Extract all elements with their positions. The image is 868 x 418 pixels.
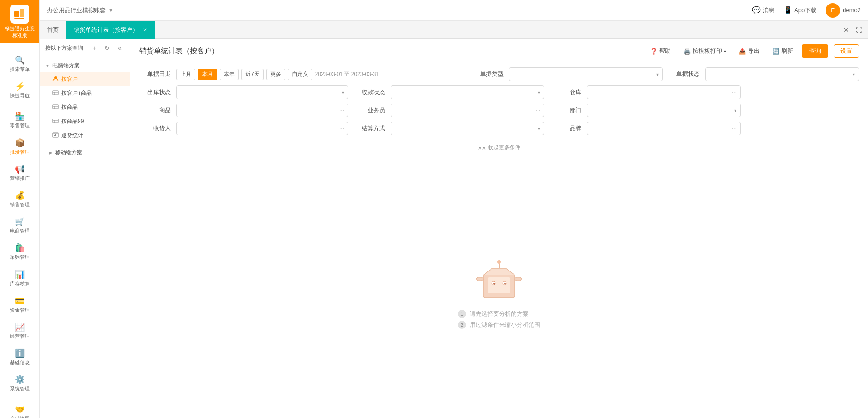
app-name: 畅捷通好生意 [5, 25, 35, 32]
purchase-icon: 🛍️ [15, 243, 25, 253]
empty-step-2: 2 用过滤条件来缩小分析范围 [458, 321, 540, 329]
by-goods-99-icon [52, 118, 59, 125]
scheme-item-return-stat[interactable]: 退货统计 [40, 128, 130, 142]
brand-dots-icon: ··· [732, 125, 736, 132]
settings-btn[interactable]: 设置 [834, 44, 859, 58]
sidebar-item-quicknav[interactable]: ⚡ 快捷导航 [0, 77, 39, 103]
date-btn-last-7days[interactable]: 近7天 [241, 69, 264, 80]
salesperson-control[interactable]: ··· [391, 104, 544, 117]
retail-icon: 🏪 [15, 111, 25, 121]
sidebar-item-marketing[interactable]: 📢 营销推广 [0, 160, 39, 186]
filter-row-2: 出库状态 ▾ 收款状态 ▾ 仓库 ··· [139, 86, 859, 99]
sidebar-item-purchase[interactable]: 🛍️ 采购管理 [0, 238, 39, 265]
refresh-btn[interactable]: 🔄 刷新 [769, 45, 797, 57]
date-label: 单据日期 [139, 70, 171, 78]
filter-area: 单据日期 上月 本月 本年 近7天 更多 自定义 2023-03-01 至 20… [130, 62, 868, 161]
sidebar-item-finance[interactable]: 💳 资金管理 [0, 291, 39, 318]
sidebar-item-retail[interactable]: 🏪 零售管理 [0, 107, 39, 133]
scheme-collapse-btn[interactable]: « [115, 43, 124, 52]
sidebar-item-system[interactable]: ⚙️ 系统管理 [0, 370, 39, 396]
scheme-group-mobile-header[interactable]: ▶ 移动端方案 [40, 146, 130, 159]
dept-control[interactable]: ▾ [587, 104, 741, 117]
date-btn-this-month[interactable]: 本月 [198, 69, 217, 80]
sidebar-item-basic[interactable]: ℹ️ 基础信息 [0, 344, 39, 370]
sidebar-inventory-label: 库存核算 [10, 281, 30, 287]
app-download-btn[interactable]: 📱 App下载 [783, 6, 816, 14]
tab-home-label: 首页 [47, 26, 59, 34]
search-icon: 🔍 [15, 55, 25, 65]
type-control[interactable]: ▾ [509, 67, 663, 81]
sales-icon: 💰 [15, 190, 25, 200]
sidebar-marketing-label: 营销推广 [10, 176, 30, 181]
operations-icon: 📈 [15, 322, 25, 332]
sidebar-item-search[interactable]: 🔍 搜索菜单 [0, 51, 39, 77]
tab-close-all-btn[interactable]: ✕ [841, 24, 852, 35]
message-label: 消息 [763, 6, 774, 14]
scheme-item-by-goods-99-label: 按商品99 [61, 118, 84, 125]
help-btn[interactable]: ❓ 帮助 [646, 45, 675, 57]
scheme-refresh-btn[interactable]: ↻ [103, 43, 112, 52]
settle-arrow-icon: ▾ [538, 126, 540, 131]
empty-step-1: 1 请先选择要分析的方案 [458, 310, 540, 318]
sidebar-item-wholesale[interactable]: 📦 批发管理 [0, 133, 39, 160]
svg-rect-19 [488, 277, 510, 293]
pay-status-control[interactable]: ▾ [391, 86, 544, 99]
warehouse-control[interactable]: ··· [587, 86, 741, 99]
tab-maximize-btn[interactable]: ⛶ [854, 24, 864, 35]
goods-dots-icon: ··· [340, 107, 344, 114]
breadcrumb-dropdown-icon[interactable]: ▾ [109, 7, 113, 14]
export-icon: 📤 [739, 48, 746, 55]
sidebar-retail-label: 零售管理 [10, 123, 30, 128]
goods-control[interactable]: ··· [176, 104, 348, 117]
scheme-add-btn[interactable]: + [90, 43, 99, 52]
svg-rect-1 [20, 9, 24, 17]
page-title: 销货单统计表（按客户） [139, 47, 219, 56]
status-label: 单据状态 [668, 70, 700, 78]
scheme-item-by-customer[interactable]: 按客户 [40, 72, 130, 86]
page-header: 销货单统计表（按客户） ❓ 帮助 🖨️ 按模板打印 ▾ 📤 导出 [130, 39, 868, 62]
tab-sales-stat[interactable]: 销货单统计表（按客户） ✕ [66, 21, 155, 39]
settings-label: 设置 [840, 48, 852, 54]
tab-home[interactable]: 首页 [40, 21, 66, 39]
scheme-item-by-customer-goods[interactable]: 按客户+商品 [40, 86, 130, 100]
date-btn-custom[interactable]: 自定义 [288, 69, 312, 80]
collapse-bar[interactable]: ∧∧ 收起更多条件 [139, 140, 859, 155]
scheme-item-return-stat-label: 退货统计 [61, 132, 83, 139]
query-btn[interactable]: 查询 [802, 44, 828, 58]
warehouse-dots-icon: ··· [732, 89, 736, 95]
tab-sales-stat-label: 销货单统计表（按客户） [74, 26, 138, 34]
sidebar-item-inventory[interactable]: 📊 库存核算 [0, 265, 39, 291]
brand-control[interactable]: ··· [587, 122, 741, 135]
date-btn-last-month[interactable]: 上月 [176, 69, 195, 80]
svg-point-23 [504, 283, 506, 285]
receiver-control[interactable]: ··· [176, 122, 348, 135]
status-control[interactable]: ▾ [705, 67, 859, 81]
date-btn-more[interactable]: 更多 [266, 69, 285, 80]
out-status-control[interactable]: ▾ [176, 86, 348, 99]
date-btn-this-year[interactable]: 本年 [220, 69, 239, 80]
scheme-item-by-goods-99[interactable]: 按商品99 [40, 114, 130, 128]
by-goods-icon [52, 104, 59, 111]
settle-control[interactable]: ▾ [391, 122, 544, 135]
svg-point-22 [493, 283, 495, 285]
message-btn[interactable]: 💬 消息 [752, 6, 774, 14]
date-quick-buttons: 上月 本月 本年 近7天 更多 自定义 2023-03-01 至 2023-03… [176, 69, 467, 80]
scheme-item-by-goods[interactable]: 按商品 [40, 100, 130, 114]
template-print-btn[interactable]: 🖨️ 按模板打印 ▾ [680, 45, 730, 57]
type-arrow-icon: ▾ [656, 72, 659, 77]
sidebar-basic-label: 基础信息 [10, 360, 30, 366]
sidebar-item-ecommerce[interactable]: 🛒 电商管理 [0, 212, 39, 238]
svg-rect-17 [57, 134, 57, 137]
print-icon: 🖨️ [684, 48, 691, 55]
sidebar-item-enterprise[interactable]: 🤝 企业协同 [0, 400, 39, 418]
type-label: 单据类型 [472, 70, 504, 78]
sidebar-item-sales[interactable]: 💰 销售管理 [0, 186, 39, 212]
export-btn[interactable]: 📤 导出 [735, 45, 763, 57]
tab-sales-stat-close[interactable]: ✕ [143, 27, 147, 33]
sidebar-item-operations[interactable]: 📈 经营管理 [0, 318, 39, 344]
scheme-group-desktop-header[interactable]: ▼ 电脑端方案 [40, 59, 130, 72]
filter-row-3: 商品 ··· 业务员 ··· 部门 ▾ [139, 104, 859, 117]
receiver-dots-icon: ··· [340, 125, 344, 132]
salesperson-label: 业务员 [354, 106, 385, 114]
user-menu[interactable]: E demo2 [826, 3, 861, 18]
